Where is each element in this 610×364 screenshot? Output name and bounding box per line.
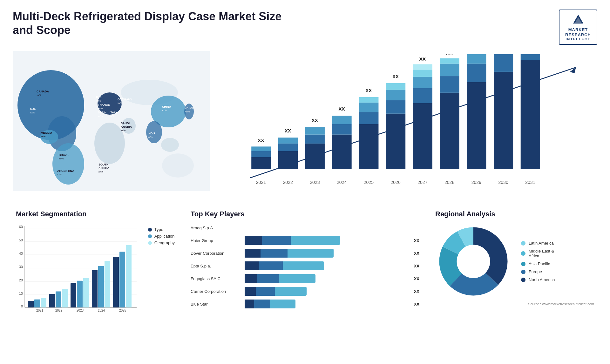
bar-dark-haier: [245, 236, 262, 245]
legend-item-northamerica: North America: [521, 277, 555, 282]
svg-text:ARGENTINA: ARGENTINA: [57, 169, 74, 172]
svg-text:2021: 2021: [36, 309, 44, 312]
bar-dark-bluestar: [245, 300, 254, 308]
svg-text:xx%: xx%: [148, 136, 152, 138]
svg-text:xx%: xx%: [118, 102, 122, 104]
svg-text:AFRICA: AFRICA: [98, 166, 109, 170]
svg-point-15: [161, 138, 179, 152]
svg-text:FRANCE: FRANCE: [98, 103, 110, 106]
seg-chart: 60 50 40 30 20 10 0: [16, 223, 142, 313]
player-bar-dover: [245, 249, 411, 258]
bar-mid-epta: [259, 261, 283, 270]
player-value-epta: XX: [414, 264, 419, 268]
player-name-bluestar: Blue Star: [191, 302, 245, 307]
bar-dark-epta: [245, 261, 259, 270]
player-bar-epta: [245, 261, 411, 270]
svg-text:2027: 2027: [417, 180, 428, 185]
svg-text:JAPAN: JAPAN: [185, 106, 194, 110]
player-bar-haier: [245, 236, 411, 245]
svg-rect-57: [278, 138, 298, 144]
svg-text:SAUDI: SAUDI: [121, 122, 130, 125]
svg-text:2026: 2026: [390, 180, 401, 185]
player-name-frigoglass: Frigoglass SAIC: [191, 276, 245, 281]
svg-rect-79: [386, 83, 405, 90]
legend-label-latin: Latin America: [529, 241, 554, 246]
legend-label-application: Application: [154, 234, 175, 239]
legend-dot-geography: [148, 241, 152, 245]
svg-text:10: 10: [19, 292, 23, 295]
svg-rect-65: [332, 135, 351, 169]
svg-rect-56: [278, 144, 298, 151]
svg-text:2022: 2022: [283, 180, 293, 185]
svg-text:xx%: xx%: [30, 111, 35, 114]
svg-text:XX: XX: [365, 88, 372, 93]
svg-rect-101: [494, 72, 513, 169]
regional-legend: Latin America Middle East &Africa Asia P…: [521, 241, 555, 282]
svg-rect-130: [34, 300, 40, 307]
logo: MARKETRESEARCH INTELLECT: [559, 10, 597, 45]
bar-mid-dover: [261, 249, 288, 258]
svg-rect-83: [413, 88, 432, 103]
svg-text:xx%: xx%: [41, 135, 45, 138]
legend-item-europe: Europe: [521, 269, 555, 274]
players-section: Top Key Players Arneg S.p.A Haier Group …: [184, 210, 426, 313]
bar-light-bluestar: [270, 300, 295, 308]
players-title: Top Key Players: [191, 210, 419, 218]
svg-rect-52: [251, 147, 271, 151]
svg-rect-92: [440, 58, 459, 64]
legend-label-northamerica: North America: [529, 277, 555, 282]
svg-text:2030: 2030: [498, 180, 508, 185]
svg-rect-89: [440, 93, 459, 169]
logo-icon: [572, 13, 585, 26]
svg-text:2024: 2024: [98, 309, 105, 312]
legend-dot-type: [148, 228, 152, 232]
svg-text:2029: 2029: [471, 180, 482, 185]
svg-point-155: [459, 247, 488, 276]
svg-rect-70: [359, 124, 378, 169]
bar-mid-frigoglass: [257, 274, 279, 283]
svg-text:XX: XX: [258, 138, 264, 143]
svg-text:XX: XX: [419, 56, 426, 62]
svg-rect-66: [332, 124, 351, 135]
source-text: Source : www.marketresearchintellect.com: [435, 302, 594, 306]
bar-mid-haier: [262, 236, 291, 245]
bar-light-frigoglass: [279, 274, 315, 283]
svg-rect-61: [305, 135, 325, 144]
svg-text:xx%: xx%: [37, 94, 41, 97]
svg-text:0: 0: [21, 304, 23, 308]
svg-text:xx%: xx%: [98, 107, 103, 110]
player-row-frigoglass: Frigoglass SAIC XX: [191, 274, 419, 283]
svg-rect-145: [113, 257, 119, 307]
svg-text:2025: 2025: [364, 180, 374, 185]
svg-rect-133: [49, 294, 55, 307]
svg-rect-67: [332, 116, 351, 124]
bar-chart-svg: XX 2021 XX 2022 XX 2023: [232, 54, 591, 191]
bar-light-dover: [288, 249, 334, 258]
bar-light-epta: [283, 261, 324, 270]
svg-rect-55: [278, 151, 298, 169]
svg-text:40: 40: [19, 252, 23, 255]
legend-color-latin: [521, 241, 525, 246]
player-value-haier: XX: [414, 238, 419, 243]
player-row-arneg: Arneg S.p.A: [191, 223, 419, 232]
svg-rect-131: [41, 298, 46, 307]
player-value-bluestar: XX: [414, 302, 419, 307]
player-name-dover: Dover Corporation: [191, 251, 245, 256]
svg-rect-147: [126, 245, 132, 307]
player-name-arneg: Arneg S.p.A: [191, 226, 245, 230]
svg-text:SPAIN: SPAIN: [98, 111, 106, 114]
legend-color-europe: [521, 270, 525, 274]
svg-text:XX: XX: [446, 54, 453, 56]
svg-rect-91: [440, 64, 459, 77]
svg-text:2023: 2023: [77, 309, 84, 312]
donut-container: Latin America Middle East &Africa Asia P…: [435, 223, 594, 300]
seg-legend: Type Application Geography: [148, 227, 175, 313]
legend-item-geography: Geography: [148, 240, 175, 245]
svg-rect-62: [305, 127, 325, 135]
svg-rect-86: [413, 64, 432, 70]
player-bar-bluestar: [245, 300, 411, 308]
segmentation-section: Market Segmentation 60 50 40 30 20 10 0: [13, 210, 178, 313]
svg-text:MEXICO: MEXICO: [41, 131, 52, 134]
bottom-section: Market Segmentation 60 50 40 30 20 10 0: [13, 210, 597, 313]
player-name-haier: Haier Group: [191, 238, 245, 243]
